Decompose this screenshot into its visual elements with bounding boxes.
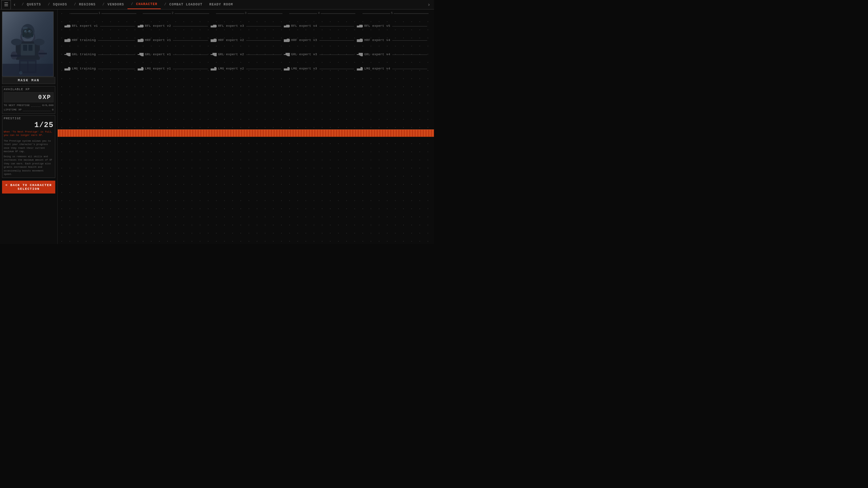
column-header-4: 4 <box>282 12 356 15</box>
nav-item-label: COMBAT LOADOUT <box>169 3 202 6</box>
nav-item-regions[interactable]: / REGIONS <box>71 0 99 9</box>
skill-label: GRL training <box>72 53 96 56</box>
gun-icon-lmg <box>211 66 217 71</box>
skill-item[interactable]: HRF training <box>63 37 136 43</box>
column-header-5: 5 <box>355 12 429 15</box>
prestige-description-2: Doing so removes all skills and increase… <box>4 155 54 176</box>
nav-forward-arrow[interactable]: › <box>425 0 433 9</box>
column-header-label: 3 <box>244 12 248 15</box>
skill-label: HRF training <box>72 39 96 42</box>
gun-icon-rfl <box>284 24 290 28</box>
skill-label: HRF expert v2 <box>218 39 244 42</box>
nav-item-vendors[interactable]: / VENDORS <box>99 0 127 9</box>
gun-icon-grl <box>138 52 144 57</box>
nav-item-label: SQUADS <box>53 3 67 6</box>
skill-item[interactable]: GRL expert v1 <box>136 52 210 58</box>
svg-point-9 <box>24 30 26 32</box>
skill-item[interactable]: GRL expert v2 <box>209 52 282 58</box>
skill-progress-line <box>173 40 208 41</box>
gun-icon-rfl <box>357 24 363 28</box>
xp-section: AVAILABLE XP 0XP TO NEXT PRESTIGE 0/8,00… <box>2 86 55 114</box>
skill-label: GRL expert v1 <box>145 53 171 56</box>
nav-item-squads[interactable]: / SQUADS <box>44 0 71 9</box>
skill-item[interactable]: RFL expert v4 <box>282 23 356 29</box>
gun-icon-rfl <box>64 24 71 28</box>
skill-item[interactable]: HRF expert v3 <box>282 37 356 43</box>
skill-label: GRL expert v3 <box>291 53 317 56</box>
skill-item[interactable]: GRL training <box>63 52 136 58</box>
skill-progress-line <box>246 40 281 41</box>
nav-item-ready-room[interactable]: READY ROOM <box>206 0 236 9</box>
orange-progress-bar <box>58 129 434 137</box>
skill-progress-line <box>392 40 427 41</box>
skill-item[interactable]: LMG training <box>63 66 136 72</box>
skill-progress-line <box>98 55 135 55</box>
skill-label: RFL expert v1 <box>72 24 98 28</box>
skill-item[interactable]: RFL expert v3 <box>209 23 282 29</box>
skill-item[interactable]: GRL expert v4 <box>355 52 429 58</box>
skill-item[interactable]: HRF expert v4 <box>355 37 429 43</box>
skill-progress-line <box>173 26 208 26</box>
gun-icon-grl <box>211 52 217 57</box>
skill-label: LMG expert v2 <box>218 67 244 70</box>
skill-item[interactable]: HRF expert v2 <box>209 37 282 43</box>
menu-button[interactable]: ☰ <box>1 0 11 9</box>
skill-progress-line <box>173 69 208 69</box>
nav-item-label: REGIONS <box>79 3 96 6</box>
prestige-label: PRESTIGE <box>4 117 54 120</box>
skill-progress-line <box>173 55 208 55</box>
xp-details: TO NEXT PRESTIGE 0/8,000 LIFETIME XP 0 <box>4 103 54 112</box>
gun-icon-hrf <box>138 38 144 43</box>
skill-progress-line <box>98 69 135 69</box>
skill-label: HRF expert v4 <box>364 39 390 42</box>
skill-item[interactable]: LMG expert v2 <box>209 66 282 72</box>
skill-item[interactable]: RFL expert v1 <box>63 23 136 29</box>
skill-item[interactable]: RFL expert v2 <box>136 23 210 29</box>
nav-item-character[interactable]: / CHARACTER <box>127 0 161 9</box>
skill-label: RFL expert v2 <box>145 24 171 28</box>
skill-item[interactable]: LMG expert v4 <box>355 66 429 72</box>
lifetime-xp-label: LIFETIME XP <box>4 108 22 112</box>
to-next-prestige-value: 0/8,000 <box>42 103 54 108</box>
svg-point-10 <box>28 30 30 32</box>
skill-label: RFL expert v3 <box>218 24 244 28</box>
character-portrait <box>2 12 54 77</box>
gun-icon-hrf <box>211 38 217 43</box>
back-to-character-selection-button[interactable]: BACK TO CHARACTER SELECTION <box>2 181 55 194</box>
skill-row-grl: GRL trainingGRL expert v1GRL expert v2GR… <box>63 48 429 61</box>
skill-progress-line <box>392 26 427 26</box>
lifetime-xp-value: 0 <box>52 108 54 112</box>
skill-label: LMG training <box>72 67 96 70</box>
nav-separator: / <box>48 3 50 6</box>
gun-icon-grl <box>357 52 363 57</box>
column-header-label: 5 <box>390 12 394 15</box>
svg-rect-27 <box>2 64 53 76</box>
skill-label: RFL expert v5 <box>364 24 390 28</box>
skill-item[interactable]: GRL expert v3 <box>282 52 356 58</box>
svg-rect-18 <box>28 45 33 51</box>
svg-rect-21 <box>11 55 21 57</box>
nav-item-quests[interactable]: / QUESTS <box>18 0 44 9</box>
column-header-label: 4 <box>317 12 320 15</box>
skill-progress-line <box>319 26 354 26</box>
prestige-warning: When 'To Next Prestige' is full, you can… <box>4 130 54 137</box>
skill-progress-line <box>246 26 281 26</box>
right-panel: 12345 RFL expert v1RFL expert v2RFL expe… <box>58 9 434 244</box>
nav-back-arrow[interactable]: ‹ <box>11 0 18 9</box>
skill-item[interactable]: LMG expert v3 <box>282 66 356 72</box>
nav-item-combat-loadout[interactable]: / COMBAT LOADOUT <box>161 0 206 9</box>
skill-progress-line <box>319 69 354 69</box>
skill-item[interactable]: LMG expert v1 <box>136 66 210 72</box>
gun-icon-grl <box>284 52 290 57</box>
svg-point-26 <box>22 27 28 29</box>
nav-separator: / <box>22 3 24 6</box>
gun-icon-rfl <box>138 24 144 28</box>
column-headers: 12345 <box>58 9 434 17</box>
skill-item[interactable]: RFL expert v5 <box>355 23 429 29</box>
skill-label: GRL expert v4 <box>364 53 390 56</box>
gun-icon-lmg <box>284 66 290 71</box>
gun-icon-hrf <box>357 38 363 43</box>
skill-label: HRF expert v1 <box>145 39 171 42</box>
skill-row-rfl: RFL expert v1RFL expert v2RFL expert v3R… <box>63 20 429 33</box>
skill-item[interactable]: HRF expert v1 <box>136 37 210 43</box>
